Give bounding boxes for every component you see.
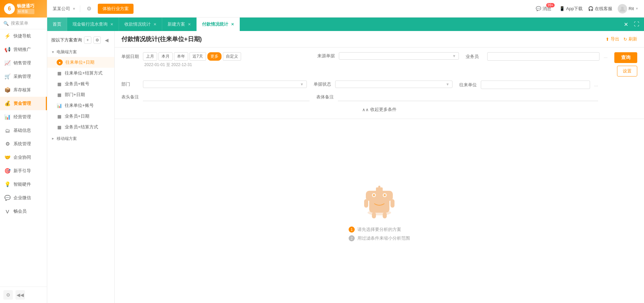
scheme-group-desktop-title[interactable]: ▼ 电脑端方案 (47, 47, 114, 57)
tab-new-scheme[interactable]: 新建方案 ✕ (162, 18, 197, 31)
scheme-item-salesman-account[interactable]: ▦ 业务员+账号 (47, 79, 114, 89)
tab-bank[interactable]: 现金银行流水查询 ✕ (67, 18, 119, 31)
sidebar-item-hardware[interactable]: 💡 智能硬件 (0, 178, 47, 191)
tab-receipt-label: 收款情况统计 (124, 21, 151, 27)
source-select[interactable]: ▼ (339, 52, 459, 60)
svg-rect-12 (372, 212, 376, 218)
tab-receipt-stats[interactable]: 收款情况统计 ✕ (119, 18, 162, 31)
topbar-settings-btn[interactable]: ⚙ (84, 4, 94, 13)
guide-icon: 🎯 (4, 168, 11, 174)
scheme-item-salesman-date[interactable]: ▦ 业务员+日期 (47, 111, 114, 122)
sidebar-item-guide[interactable]: 🎯 新手引导 (0, 164, 47, 178)
date-btn-last-month[interactable]: 上月 (143, 52, 157, 61)
svg-rect-10 (364, 199, 368, 208)
sidebar-item-member[interactable]: V 畅会员 (0, 205, 47, 218)
sidebar-item-finance[interactable]: 💰 资金管理 (0, 97, 47, 110)
partner-label: 往来单位 (459, 82, 478, 88)
partner-more-btn[interactable]: … (594, 83, 598, 87)
sidebar-item-label: 系统管理 (13, 141, 31, 147)
sidebar-search[interactable]: 🔍 搜索菜单 (0, 18, 47, 29)
close-all-tabs-btn[interactable]: ✕ (621, 20, 631, 29)
tab-bank-close[interactable]: ✕ (110, 22, 113, 27)
topbar-company[interactable]: 某某公司 ▼ (53, 6, 76, 12)
user-menu[interactable]: Rit ▼ (618, 4, 639, 13)
left-panel-title: 按以下方案查询 (51, 37, 82, 43)
date-btn-this-month[interactable]: 本月 (158, 52, 173, 61)
filter-status-item: 单据状态 ▼ (314, 81, 452, 88)
scheme-icon: ▦ (57, 92, 62, 97)
tab-new-scheme-close[interactable]: ✕ (188, 22, 191, 27)
collapse-more-btn[interactable]: ∧∧ 收起更多条件 (359, 105, 399, 114)
app-download-btn[interactable]: 📱 App下载 (559, 6, 583, 12)
message-icon: 💬 (536, 6, 541, 11)
sidebar-item-label: 销售管理 (13, 60, 31, 66)
sidebar-item-corp[interactable]: 🤝 企业协同 (0, 151, 47, 164)
header-note-input[interactable] (143, 93, 310, 101)
chevron-down-icon: ▼ (72, 7, 76, 11)
trial-btn[interactable]: 体验行业方案 (98, 4, 134, 14)
date-btn-this-year[interactable]: 本年 (174, 52, 188, 61)
empty-state: 1 请先选择要分析的方案 2 用过滤条件来缩小分析范围 (115, 119, 644, 303)
add-scheme-btn[interactable]: + (84, 36, 91, 44)
member-icon: V (4, 208, 11, 215)
scheme-item-dept-date[interactable]: ▦ 部门+日期 (47, 89, 114, 100)
scheme-item-label: 往来单位+账号 (65, 102, 94, 109)
panel-collapse-btn[interactable]: ◀ (103, 36, 110, 44)
sidebar-item-label: 智能硬件 (13, 181, 31, 187)
sidebar-settings-btn[interactable]: ⚙ (3, 290, 13, 300)
refresh-btn[interactable]: ↻ 刷新 (623, 36, 637, 42)
svg-rect-3 (366, 191, 393, 201)
sidebar-item-marketing[interactable]: 📢 营销推广 (0, 43, 47, 56)
app-icon: 📱 (559, 6, 565, 11)
tab-home[interactable]: 首页 (47, 18, 67, 31)
tab-payment-label: 付款情况统计 (202, 21, 228, 27)
salesman-input[interactable] (487, 52, 599, 61)
query-btn[interactable]: 查询 (614, 52, 637, 63)
tab-payment-close[interactable]: ✕ (231, 22, 234, 27)
fullscreen-btn[interactable]: ⛶ (632, 20, 641, 29)
source-chevron-icon: ▼ (452, 54, 456, 58)
sidebar-item-sales[interactable]: 📈 销售管理 (0, 56, 47, 70)
sidebar-item-shortcut[interactable]: ⚡ 快捷导航 (0, 29, 47, 43)
tab-payment-stats[interactable]: 付款情况统计 ✕ (197, 18, 240, 31)
sidebar-item-system[interactable]: ⚙ 系统管理 (0, 137, 47, 151)
partner-input[interactable] (481, 81, 590, 89)
scheme-group-mobile-title[interactable]: ▼ 移动端方案 (47, 134, 114, 144)
date-btn-more[interactable]: 更多 (207, 52, 222, 61)
scheme-item-partner-settle[interactable]: ▦ 往来单位+结算方式 (47, 68, 114, 79)
sidebar-item-purchase[interactable]: 🛒 采购管理 (0, 70, 47, 83)
sidebar-item-label: 企业协同 (13, 154, 31, 160)
scheme-item-salesman-settle[interactable]: ▦ 业务员+结算方式 (47, 122, 114, 132)
scheme-icon: ▦ (57, 114, 62, 119)
svg-point-6 (373, 194, 375, 196)
sidebar-item-inventory[interactable]: 📦 库存核算 (0, 83, 47, 97)
date-btn-last-7days[interactable]: 近7天 (189, 52, 206, 61)
filter-settings-btn[interactable]: 设置 (617, 66, 637, 77)
dept-select[interactable]: ▼ (143, 81, 307, 88)
status-select[interactable]: ▼ (335, 81, 452, 88)
sidebar-item-operation[interactable]: 📊 经营管理 (0, 110, 47, 124)
user-chevron-icon: ▼ (635, 7, 639, 10)
scheme-settings-btn[interactable]: ⚙ (93, 36, 101, 44)
refresh-icon: ↻ (623, 37, 627, 42)
scheme-item-partner-account[interactable]: 📊 往来单位+账号 (47, 100, 114, 111)
sidebar-collapse-btn[interactable]: ◀◀ (16, 290, 25, 300)
messages-btn[interactable]: 💬 消息 99+ (536, 6, 551, 12)
export-btn[interactable]: ⬆ 导出 (606, 36, 619, 42)
sidebar-item-basic[interactable]: 🗂 基础信息 (0, 124, 47, 137)
page-header-actions: ⬆ 导出 ↻ 刷新 (606, 36, 637, 42)
header-note-label: 表头备注 (121, 94, 140, 100)
salesman-more-btn[interactable]: … (604, 54, 608, 59)
filter-dept-item: 部门 ▼ (121, 81, 307, 88)
online-service-btn[interactable]: 🎧 在线客服 (588, 6, 612, 12)
company-name: 某某公司 (53, 6, 70, 12)
body-note-input[interactable] (338, 93, 598, 101)
tab-receipt-close[interactable]: ✕ (153, 22, 156, 27)
system-icon: ⚙ (4, 141, 11, 147)
scheme-item-label: 业务员+结算方式 (65, 124, 98, 130)
tab-new-scheme-label: 新建方案 (168, 21, 185, 27)
scheme-item-partner-date[interactable]: ● 往来单位+日期 (47, 57, 114, 68)
date-btn-custom[interactable]: 自定义 (223, 52, 241, 61)
sidebar-item-weixin[interactable]: 💬 企业微信 (0, 191, 47, 205)
sidebar-item-label: 企业微信 (13, 195, 31, 201)
